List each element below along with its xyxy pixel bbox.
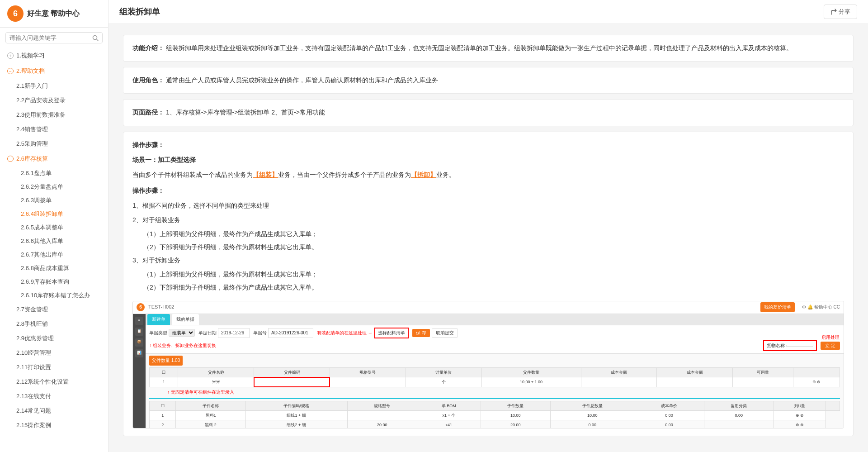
- logo-icon: 6: [7, 5, 24, 22]
- logo-text: 好生意 帮助中心: [27, 9, 80, 19]
- step1: 1、根据不同的业务，选择不同单据的类型来处理: [132, 200, 844, 211]
- share-icon: [830, 9, 837, 15]
- nav-item-inventory-label[interactable]: − 2.6库存核算: [0, 151, 108, 167]
- col-avail: 可用量: [733, 367, 793, 377]
- sidebar-item-distribute[interactable]: 2.6.2分量盘点单: [0, 180, 108, 194]
- app-field-no: 单据号 AD-20191226-001: [253, 328, 313, 338]
- app-sidebar-icon-1[interactable]: ≡: [135, 317, 143, 325]
- app-date-value[interactable]: 2019-12-26: [218, 328, 250, 338]
- app-no-value: AD-20191226-001: [268, 328, 313, 338]
- app-parent-table-header: ☐ 父件名称 父件编码 规格型号 计量单位 父件数量 成本金额 成本金额: [150, 367, 840, 377]
- app-child-table-header: ☐ 子件名称 子件编码/规格 规格型号 单 BOM 子件数量 子件总数量 成本单…: [150, 401, 840, 411]
- plus-icon: +: [7, 52, 14, 59]
- sidebar-item-assembly[interactable]: 2.6.4组装拆卸单: [0, 207, 108, 221]
- col-goods-name: 父件名称: [178, 367, 254, 377]
- app-tabs: 新建单 我的单据: [146, 314, 844, 325]
- app-bom-btn[interactable]: 选择配料清单: [374, 328, 409, 338]
- sidebar-item-print[interactable]: 2.11打印设置: [0, 360, 108, 375]
- top-bar: 组装拆卸单 分享: [108, 0, 868, 24]
- role-text: 通常由生产人员或库管人员完成拆装业务的操作，库管人员确认原材料的出库和产成品的入…: [166, 76, 438, 84]
- app-child-table: ☐ 子件名称 子件编码/规格 规格型号 单 BOM 子件数量 子件总数量 成本单…: [149, 401, 840, 428]
- path-card: 页面路径： 1、库存核算->库存管理->组装拆卸单 2、首页->常用功能: [123, 99, 854, 126]
- sidebar-item-purchase[interactable]: 2.5采购管理: [0, 137, 108, 151]
- search-icon: [92, 35, 99, 41]
- nav-item-docs: − 2.帮助文档 2.1新手入门 2.2产品安装及登录 2.3使用前数据准备 2…: [0, 63, 108, 433]
- app-sidebar-icon-2[interactable]: 📋: [135, 328, 143, 336]
- sidebar-item-other-out[interactable]: 2.6.7其他出库单: [0, 248, 108, 262]
- app-child-row-2: 2 黑料 2 细线2 + 细 20.00 x41 20.00 0.00 0.00: [150, 420, 840, 428]
- app-select-type[interactable]: 组装单 拆卸单: [169, 329, 195, 337]
- sidebar-item-custom[interactable]: 2.12系统个性化设置: [0, 375, 108, 389]
- app-screenshot: 6 TEST-H002 我的差价清单 ⚙ 🔔 帮助中心 CC ≡ 📋 📦: [133, 301, 844, 428]
- app-query-btn[interactable]: 立 定: [821, 342, 840, 350]
- col-cost: 成本金额: [657, 367, 733, 377]
- app-tab-active[interactable]: 新建单: [147, 314, 170, 325]
- app-parent-label-badge: 父件数量 1.00: [149, 356, 183, 366]
- nav-item-docs-label[interactable]: − 2.帮助文档: [0, 63, 108, 79]
- sidebar-item-newbie[interactable]: 2.1新手入门: [0, 79, 108, 93]
- app-goods-name[interactable]: [786, 345, 813, 347]
- svg-line-1: [97, 39, 99, 41]
- annotation-label4: ↑ 无固定清单可在组件在这里录入: [167, 388, 840, 396]
- app-sidebar-icon-3[interactable]: 📦: [135, 338, 143, 347]
- app-topbar: 6 TEST-H002 我的差价清单 ⚙ 🔔 帮助中心 CC: [133, 301, 844, 314]
- sidebar-item-online-pay[interactable]: 2.13在线支付: [0, 389, 108, 404]
- steps-title2: 操作步骤：: [132, 185, 844, 196]
- col-unit-price: 父件数量: [481, 367, 581, 377]
- app-tab-list[interactable]: 我的单据: [172, 314, 199, 325]
- step3-sub1: （1）上部明细为父件明细，最终作为原材料生成其它出库单；: [143, 269, 844, 280]
- app-sidebar: ≡ 📋 📦 📊: [133, 314, 146, 428]
- sidebar-item-finance[interactable]: 2.7资金管理: [0, 302, 108, 317]
- step2-sub: （1）上部明细为父件明细，最终作为产成品生成其它入库单； （2）下部明细为子件明…: [143, 228, 844, 253]
- feature-intro-text: 组装拆卸单用来处理企业组装或拆卸等加工业务，支持有固定装配清单的产品加工业务，也…: [166, 44, 793, 52]
- scene1-title: 场景一：加工类型选择: [132, 154, 844, 166]
- sidebar-item-adjust[interactable]: 2.6.3调拨单: [0, 194, 108, 207]
- app-parent-table: ☐ 父件名称 父件编码 规格型号 计量单位 父件数量 成本金额 成本金额: [149, 367, 840, 387]
- sidebar-item-data[interactable]: 2.3使用前数据准备: [0, 108, 108, 122]
- app-sidebar-icon-4[interactable]: 📊: [135, 349, 143, 357]
- search-box[interactable]: [5, 32, 103, 43]
- share-button[interactable]: 分享: [824, 5, 857, 19]
- step3: 3、对于拆卸业务: [132, 255, 844, 266]
- step3-sub2: （2）下部明细为子件明细，最终作为产成品生成其它入库单。: [143, 282, 844, 293]
- sidebar-item-stocktake[interactable]: 2.6.1盘点单: [0, 167, 108, 180]
- path-label: 页面路径：: [132, 109, 164, 116]
- sidebar-item-stock-error[interactable]: 2.6.10库存账本错了怎么办: [0, 289, 108, 302]
- app-nav-btn[interactable]: 我的差价清单: [760, 302, 795, 312]
- step3-sub: （1）上部明细为父件明细，最终作为原材料生成其它出库单； （2）下部明细为子件明…: [143, 269, 844, 293]
- nav-item-docs-text: 2.帮助文档: [16, 67, 45, 75]
- sidebar-item-other-in[interactable]: 2.6.6其他入库单: [0, 234, 108, 248]
- step2: 2、对于组装业务: [132, 214, 844, 226]
- nav-item-video-label[interactable]: + 1.视频学习: [0, 48, 108, 63]
- app-field-date: 单据日期 2019-12-26: [198, 328, 250, 338]
- sidebar-item-cost[interactable]: 2.6.5成本调整单: [0, 221, 108, 234]
- sidebar-item-coupon[interactable]: 2.9优惠券管理: [0, 331, 108, 346]
- sidebar: 6 好生意 帮助中心 + 1.视频学习 − 2.帮助文档 2.1新手入门 2.2: [0, 0, 108, 452]
- app-field-type: 单据类型 组装单 拆卸单: [149, 329, 195, 337]
- sidebar-item-cases[interactable]: 2.15操作案例: [0, 418, 108, 433]
- col-unit: 规格型号: [330, 367, 406, 377]
- minus-icon-2: −: [7, 156, 14, 162]
- app-topbar-icons: ⚙ 🔔 帮助中心 CC: [802, 303, 840, 311]
- col-parent-code: 父件编码: [254, 367, 330, 377]
- sidebar-item-goods-cost[interactable]: 2.6.8商品成本重算: [0, 262, 108, 275]
- app-form-header: 单据类型 组装单 拆卸单 单据日期 2019-12-26: [146, 325, 844, 354]
- search-input[interactable]: [9, 34, 92, 41]
- sub-sub-nav-inventory: 2.6.1盘点单 2.6.2分量盘点单 2.6.3调拨单 2.6.4组装拆卸单 …: [0, 167, 108, 302]
- ops-steps-title: 操作步骤：: [132, 139, 844, 151]
- sidebar-item-install[interactable]: 2.2产品安装及登录: [0, 93, 108, 108]
- app-cancel-btn[interactable]: 取消提交: [432, 328, 458, 338]
- sidebar-item-ops[interactable]: 2.10经营管理: [0, 346, 108, 360]
- sidebar-item-sales[interactable]: 2.4销售管理: [0, 122, 108, 137]
- app-enable-field[interactable]: 货物名称: [763, 340, 817, 351]
- annotation-label2: ↑ 组装业务、拆卸业务在这里切换: [149, 342, 216, 350]
- sidebar-item-stock-check[interactable]: 2.6.9库存账本查询: [0, 275, 108, 289]
- sub-nav-docs: 2.1新手入门 2.2产品安装及登录 2.3使用前数据准备 2.4销售管理 2.…: [0, 79, 108, 433]
- sidebar-item-faq[interactable]: 2.14常见问题: [0, 404, 108, 418]
- col-amount: 成本金额: [581, 367, 657, 377]
- sidebar-header: 6 好生意 帮助中心: [0, 0, 108, 28]
- app-save-btn[interactable]: 保 存: [412, 329, 430, 337]
- minus-icon: −: [7, 68, 14, 74]
- app-main-content: 新建单 我的单据 单据类型 组装单: [146, 314, 844, 428]
- sidebar-item-mobile[interactable]: 2.8手机旺辅: [0, 317, 108, 331]
